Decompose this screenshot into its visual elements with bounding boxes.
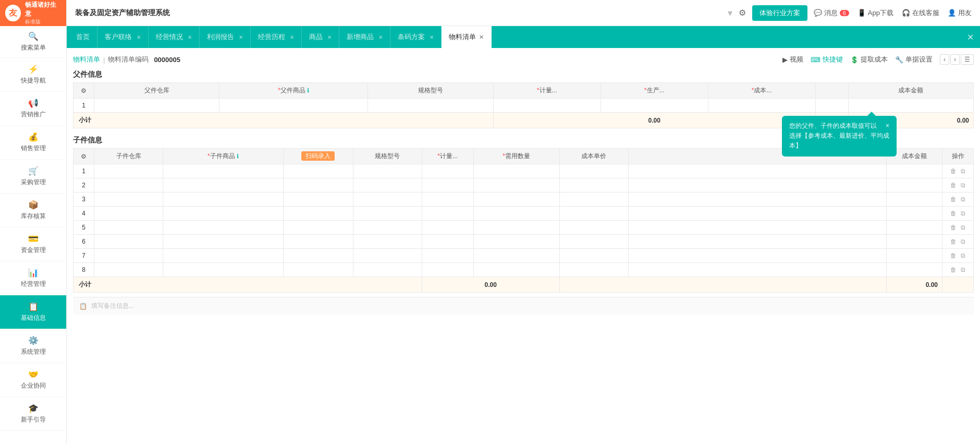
child-row-qty[interactable] bbox=[473, 221, 559, 235]
child-row-qty[interactable] bbox=[473, 178, 559, 193]
sidebar-item-search[interactable]: 🔍 搜索菜单 bbox=[0, 26, 66, 58]
parent-row-spec[interactable] bbox=[368, 99, 493, 113]
child-row-product[interactable] bbox=[163, 235, 284, 249]
child-row-qty[interactable] bbox=[473, 249, 559, 263]
child-row-unit[interactable] bbox=[422, 221, 473, 235]
child-row-unit-price[interactable] bbox=[559, 249, 628, 263]
child-row-unit-price[interactable] bbox=[559, 193, 628, 207]
tab-customer[interactable]: 客户联络 ✕ bbox=[97, 26, 149, 48]
message-button[interactable]: 💬 消息 6 bbox=[814, 8, 849, 18]
copy-row-button[interactable]: ⧉ bbox=[961, 266, 965, 273]
nav-menu-button[interactable]: ☰ bbox=[961, 54, 974, 65]
sidebar-item-guide[interactable]: 🎓 新手引导 bbox=[0, 397, 66, 431]
tab-home[interactable]: 首页 bbox=[69, 26, 97, 48]
child-row-spec[interactable] bbox=[353, 263, 422, 277]
parent-row-cost[interactable] bbox=[708, 99, 815, 113]
delete-row-button[interactable]: 🗑 bbox=[950, 252, 957, 259]
sidebar-item-purchase[interactable]: 🛒 采购管理 bbox=[0, 160, 66, 194]
child-row-unit[interactable] bbox=[422, 164, 473, 178]
tab-operations[interactable]: 经营情况 ✕ bbox=[149, 26, 200, 48]
child-row-warehouse[interactable] bbox=[94, 193, 163, 207]
child-row-qty[interactable] bbox=[473, 164, 559, 178]
child-row-warehouse[interactable] bbox=[94, 263, 163, 277]
app-download-button[interactable]: 📱 App下载 bbox=[858, 8, 893, 18]
child-row-warehouse[interactable] bbox=[94, 178, 163, 193]
child-row-product[interactable] bbox=[163, 178, 284, 193]
delete-row-button[interactable]: 🗑 bbox=[950, 238, 957, 245]
child-row-unit-price[interactable] bbox=[559, 207, 628, 221]
child-row-product[interactable] bbox=[163, 193, 284, 207]
delete-row-button[interactable]: 🗑 bbox=[950, 266, 957, 273]
extract-cost-button[interactable]: 💲 提取成本 bbox=[850, 55, 888, 64]
tooltip-close-button[interactable]: × bbox=[886, 121, 889, 131]
parent-row-unit[interactable] bbox=[493, 99, 601, 113]
child-row-unit[interactable] bbox=[422, 193, 473, 207]
child-row-unit-price[interactable] bbox=[559, 221, 628, 235]
child-row-warehouse[interactable] bbox=[94, 221, 163, 235]
breadcrumb-item1[interactable]: 物料清单 bbox=[73, 55, 100, 64]
tab-products[interactable]: 商品 ✕ bbox=[302, 26, 339, 48]
child-row-product[interactable] bbox=[163, 221, 284, 235]
sidebar-item-finance[interactable]: 💳 资金管理 bbox=[0, 227, 66, 261]
copy-row-button[interactable]: ⧉ bbox=[961, 196, 965, 203]
sidebar-item-system[interactable]: ⚙️ 系统管理 bbox=[0, 329, 66, 363]
sidebar-item-sales[interactable]: 💰 销售管理 bbox=[0, 126, 66, 160]
child-row-qty[interactable] bbox=[473, 263, 559, 277]
nav-next-button[interactable]: › bbox=[950, 54, 960, 65]
parent-row-warehouse[interactable] bbox=[94, 99, 219, 113]
parent-row-product[interactable] bbox=[219, 99, 368, 113]
tab-profit[interactable]: 利润报告 ✕ bbox=[200, 26, 251, 48]
sidebar-item-marketing[interactable]: 📢 营销推广 bbox=[0, 92, 66, 126]
single-settings-button[interactable]: 🔧 单据设置 bbox=[895, 55, 933, 64]
child-row-spec[interactable] bbox=[353, 235, 422, 249]
tab-history[interactable]: 经营历程 ✕ bbox=[251, 26, 302, 48]
child-row-unit[interactable] bbox=[422, 263, 473, 277]
online-service-button[interactable]: 🎧 在线客服 bbox=[902, 8, 939, 18]
copy-row-button[interactable]: ⧉ bbox=[961, 210, 965, 217]
child-row-unit[interactable] bbox=[422, 249, 473, 263]
child-th-scan[interactable]: 扫码录入 bbox=[284, 149, 353, 164]
shortcut-button[interactable]: ⌨ 快捷键 bbox=[811, 55, 843, 64]
child-row-product[interactable] bbox=[163, 164, 284, 178]
child-row-warehouse[interactable] bbox=[94, 207, 163, 221]
child-row-unit[interactable] bbox=[422, 207, 473, 221]
delete-row-button[interactable]: 🗑 bbox=[950, 167, 957, 175]
sidebar-item-quicknav[interactable]: ⚡ 快捷导航 bbox=[0, 58, 66, 92]
sidebar-item-inventory[interactable]: 📦 库存核算 bbox=[0, 194, 66, 227]
child-row-qty[interactable] bbox=[473, 235, 559, 249]
copy-row-button[interactable]: ⧉ bbox=[961, 238, 965, 245]
child-row-product[interactable] bbox=[163, 249, 284, 263]
copy-row-button[interactable]: ⧉ bbox=[961, 167, 965, 175]
close-all-tabs-button[interactable]: ✕ bbox=[967, 32, 974, 42]
scan-button[interactable]: 扫码录入 bbox=[301, 151, 335, 161]
child-row-qty[interactable] bbox=[473, 207, 559, 221]
child-row-product[interactable] bbox=[163, 263, 284, 277]
tab-barcode[interactable]: 条码方案 ✕ bbox=[390, 26, 442, 48]
delete-row-button[interactable]: 🗑 bbox=[950, 182, 957, 189]
child-row-unit-price[interactable] bbox=[559, 235, 628, 249]
sidebar-item-cooperation[interactable]: 🤝 企业协同 bbox=[0, 363, 66, 397]
tab-bom-close[interactable]: ✕ bbox=[479, 34, 484, 41]
child-row-spec[interactable] bbox=[353, 164, 422, 178]
child-row-unit-price[interactable] bbox=[559, 178, 628, 193]
child-row-warehouse[interactable] bbox=[94, 164, 163, 178]
child-row-spec[interactable] bbox=[353, 178, 422, 193]
child-row-warehouse[interactable] bbox=[94, 235, 163, 249]
delete-row-button[interactable]: 🗑 bbox=[950, 224, 957, 231]
tab-bom[interactable]: 物料清单 ✕ bbox=[442, 26, 492, 48]
nav-prev-button[interactable]: ‹ bbox=[940, 54, 949, 65]
child-row-spec[interactable] bbox=[353, 193, 422, 207]
child-row-unit[interactable] bbox=[422, 235, 473, 249]
child-row-qty[interactable] bbox=[473, 193, 559, 207]
child-row-unit-price[interactable] bbox=[559, 263, 628, 277]
delete-row-button[interactable]: 🗑 bbox=[950, 210, 957, 217]
sidebar-item-operations[interactable]: 📊 经营管理 bbox=[0, 261, 66, 295]
child-row-warehouse[interactable] bbox=[94, 249, 163, 263]
child-row-unit-price[interactable] bbox=[559, 164, 628, 178]
delete-row-button[interactable]: 🗑 bbox=[950, 196, 957, 203]
tab-new-product[interactable]: 新增商品 ✕ bbox=[339, 26, 390, 48]
trial-button[interactable]: 体验行业方案 bbox=[752, 5, 807, 21]
view-video-button[interactable]: ▶ 视频 bbox=[782, 55, 803, 64]
child-row-product[interactable] bbox=[163, 207, 284, 221]
child-row-unit[interactable] bbox=[422, 178, 473, 193]
